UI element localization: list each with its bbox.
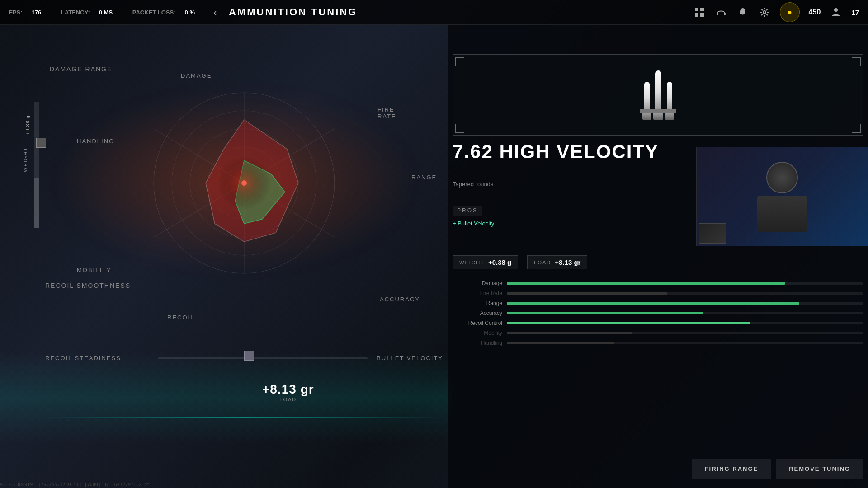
load-value-large: +8.13 gr	[262, 382, 314, 397]
corner-tl	[455, 57, 464, 66]
ammo-bullet-image	[642, 70, 674, 120]
radar-fire-rate-label: FIRE RATE	[377, 106, 411, 120]
stat-fill-accuracy	[507, 312, 703, 314]
stat-row-fire-rate: Fire Rate	[453, 290, 863, 296]
corner-br	[852, 124, 861, 133]
packet-loss-label: PACKET LOSS:	[132, 9, 176, 16]
stat-label-range: Range	[453, 300, 502, 306]
stat-track-range	[507, 302, 863, 305]
teal-accent-line	[45, 417, 443, 418]
stat-label-accuracy: Accuracy	[453, 310, 502, 316]
bell-icon[interactable]	[736, 6, 749, 19]
left-panel: DAMAGE RANGE +0.38 g WEIGHT	[0, 25, 448, 488]
ammo-caliber: 7.62 HIGH VELOCITY	[453, 142, 659, 161]
fps-label: FPS:	[9, 9, 23, 16]
svg-point-20	[241, 180, 247, 186]
fps-info: FPS: 176 LATENCY: 0 MS PACKET LOSS: 0 %	[9, 9, 195, 16]
latency-label: LATENCY:	[61, 9, 90, 16]
stat-fill-range	[507, 302, 799, 305]
weight-box	[36, 138, 46, 148]
load-value-display: +8.13 gr LOAD	[262, 382, 314, 402]
weight-load-row: WEIGHT +0.38 g LOAD +8.13 gr	[453, 255, 587, 269]
stat-track-recoil	[507, 322, 863, 324]
svg-rect-5	[724, 13, 726, 15]
stat-label-fire-rate: Fire Rate	[453, 290, 502, 296]
stat-row-accuracy: Accuracy	[453, 310, 863, 316]
corner-bl	[455, 124, 464, 133]
headphones-icon[interactable]	[715, 6, 727, 19]
page-title: AMMUNITION TUNING	[229, 6, 357, 18]
remove-tuning-button[interactable]: REMOVE TUNING	[776, 459, 863, 479]
recoil-steadiness-section: RECOIL STEADINESS BULLET VELOCITY	[45, 355, 443, 361]
stat-label-damage: Damage	[453, 280, 502, 286]
stat-fill-handling	[507, 342, 614, 344]
stat-bars: Damage Fire Rate Range Accuracy	[453, 280, 863, 350]
player-icon	[830, 6, 842, 19]
load-label: LOAD	[262, 397, 314, 402]
stat-label-mobility: Mobility	[453, 330, 502, 336]
pros-section: PROS + Bullet Velocity	[453, 206, 863, 228]
back-button[interactable]: ‹	[208, 5, 222, 19]
radar-damage-label: DAMAGE	[181, 72, 212, 79]
cam-bg	[697, 147, 868, 246]
stat-track-handling	[507, 342, 863, 344]
player-level: 17	[851, 9, 859, 16]
ammo-preview	[453, 54, 863, 136]
ammo-name-section: 7.62 HIGH VELOCITY	[453, 142, 659, 161]
stat-row-handling: Handling	[453, 340, 863, 346]
weight-axis-label: WEIGHT	[23, 147, 28, 172]
stat-track-damage	[507, 282, 863, 285]
svg-rect-2	[695, 13, 698, 17]
stat-fill-mobility	[507, 332, 632, 334]
load-pill-value: +8.13 gr	[555, 258, 580, 266]
pros-label: PROS	[453, 206, 482, 216]
stat-fill-fire-rate	[507, 292, 667, 295]
radar-container: DAMAGE FIRE RATE RANGE ACCURACY RECOIL M…	[90, 70, 398, 296]
settings-icon[interactable]	[758, 6, 771, 19]
recoil-steadiness-label: RECOIL STEADINESS	[45, 355, 149, 361]
stat-track-mobility	[507, 332, 863, 334]
weight-value: +0.38 g	[25, 115, 30, 135]
stat-label-recoil: Recoil Control	[453, 320, 502, 326]
ammo-description: Tapered rounds	[453, 181, 493, 188]
corner-tr	[852, 57, 861, 66]
stat-row-damage: Damage	[453, 280, 863, 286]
bottom-buttons: FIRING RANGE REMOVE TUNING	[692, 459, 863, 479]
svg-point-6	[763, 11, 766, 14]
recoil-steadiness-thumb[interactable]	[244, 351, 254, 361]
right-panel: 7.62 HIGH VELOCITY Tapered rounds PROS +…	[448, 25, 868, 488]
bullet-velocity-label: BULLET VELOCITY	[377, 355, 443, 361]
stat-track-accuracy	[507, 312, 863, 314]
latency-value: 0 MS	[99, 9, 113, 16]
stat-row-range: Range	[453, 300, 863, 306]
load-pill-label: LOAD	[534, 260, 551, 265]
stat-label-handling: Handling	[453, 340, 502, 346]
firing-range-button[interactable]: FIRING RANGE	[692, 459, 772, 479]
currency-amount: 450	[809, 8, 821, 16]
weight-pill-label: WEIGHT	[459, 260, 485, 265]
stat-track-fire-rate	[507, 292, 863, 295]
svg-rect-3	[700, 13, 704, 17]
recoil-smoothness-label: RECOIL SMOOTHNESS	[45, 282, 131, 289]
weight-indicator: +0.38 g WEIGHT	[27, 102, 50, 237]
svg-rect-0	[695, 8, 698, 11]
recoil-steadiness-bar[interactable]	[158, 357, 368, 359]
stat-row-recoil: Recoil Control	[453, 320, 863, 326]
stat-fill-recoil	[507, 322, 750, 324]
currency-badge: ●	[780, 2, 800, 22]
radar-range-label: RANGE	[411, 174, 429, 181]
stat-row-mobility: Mobility	[453, 330, 863, 336]
top-hud: FPS: 176 LATENCY: 0 MS PACKET LOSS: 0 % …	[0, 0, 868, 25]
grid-icon[interactable]	[693, 6, 706, 19]
fps-value: 176	[32, 9, 42, 16]
weight-pill-value: +0.38 g	[488, 258, 511, 266]
hud-right: ● 450 17	[693, 2, 859, 22]
stat-fill-damage	[507, 282, 785, 285]
svg-rect-4	[717, 13, 718, 15]
radar-chart	[127, 70, 362, 296]
svg-rect-1	[700, 8, 704, 11]
load-pill: LOAD +8.13 gr	[527, 255, 587, 269]
weight-pill: WEIGHT +0.38 g	[453, 255, 518, 269]
streamer-cam	[696, 147, 868, 246]
radar-handling-label: HANDLING	[77, 138, 114, 145]
